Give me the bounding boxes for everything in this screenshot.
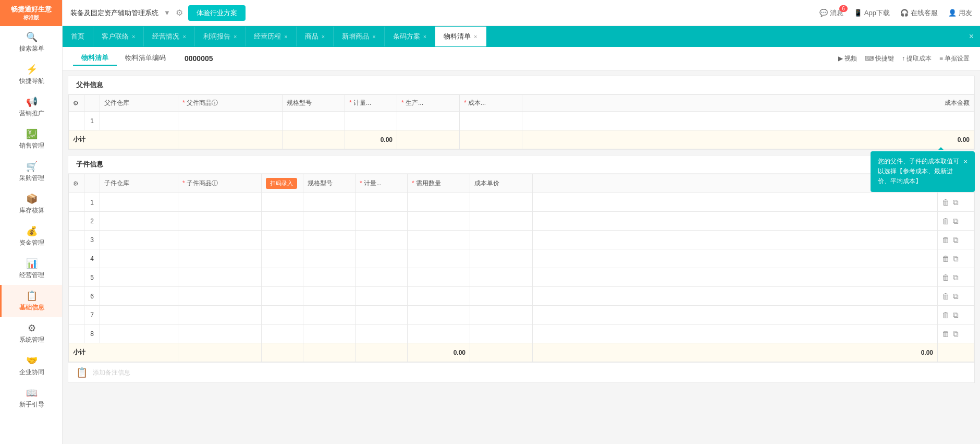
child-row-settings[interactable] [69, 325, 84, 343]
nav-tab-close[interactable]: × [132, 33, 135, 40]
delete-icon[interactable]: 🗑 [942, 235, 950, 244]
child-row-amount[interactable] [533, 231, 938, 249]
parent-row-production[interactable] [397, 112, 460, 130]
nav-tab-close[interactable]: × [423, 33, 426, 40]
nav-tab-close[interactable]: × [234, 33, 237, 40]
parent-row-settings[interactable] [69, 112, 84, 130]
child-row-qty[interactable] [408, 287, 470, 306]
child-row-qty[interactable] [408, 306, 470, 325]
delete-icon[interactable]: 🗑 [942, 310, 950, 319]
child-row-product[interactable] [178, 212, 262, 231]
child-row-qty[interactable] [408, 193, 470, 212]
child-row-product[interactable] [178, 193, 262, 212]
delete-icon[interactable]: 🗑 [942, 329, 950, 338]
nav-tab-close[interactable]: × [372, 33, 375, 40]
child-row-unit-cost[interactable] [470, 193, 533, 212]
child-row-amount[interactable] [533, 249, 938, 268]
sidebar-item-基础信息[interactable]: 📋基础信息 [0, 285, 62, 317]
sidebar-item-新手引导[interactable]: 📖新手引导 [0, 382, 62, 414]
child-row-spec[interactable] [303, 212, 356, 231]
child-row-unit-cost[interactable] [470, 268, 533, 287]
child-row-warehouse[interactable] [100, 193, 178, 212]
child-row-qty[interactable] [408, 325, 470, 343]
child-row-warehouse[interactable] [100, 287, 178, 306]
child-row-spec[interactable] [303, 249, 356, 268]
child-row-unit-cost[interactable] [470, 287, 533, 306]
child-row-settings[interactable] [69, 306, 84, 325]
child-row-product[interactable] [178, 249, 262, 268]
sub-tab-物料清单[interactable]: 物料清单 [73, 51, 117, 66]
parent-row-spec[interactable] [283, 112, 345, 130]
sidebar-item-库存核算[interactable]: 📦库存核算 [0, 188, 62, 220]
child-row-unit-cost[interactable] [470, 231, 533, 249]
child-row-product[interactable] [178, 268, 262, 287]
tooltip-close-button[interactable]: × [963, 157, 967, 167]
copy-icon[interactable]: ⧉ [953, 254, 959, 263]
child-row-warehouse[interactable] [100, 306, 178, 325]
copy-icon[interactable]: ⧉ [953, 235, 959, 245]
child-row-amount[interactable] [533, 306, 938, 325]
child-row-qty[interactable] [408, 231, 470, 249]
child-row-amount[interactable] [533, 212, 938, 231]
sidebar-item-企业协同[interactable]: 🤝企业协同 [0, 350, 62, 382]
child-row-unit-cost[interactable] [470, 212, 533, 231]
child-row-spec[interactable] [303, 268, 356, 287]
parent-row-cost[interactable] [460, 112, 522, 130]
child-row-warehouse[interactable] [100, 231, 178, 249]
sidebar-item-销售管理[interactable]: 💹销售管理 [0, 123, 62, 155]
copy-icon[interactable]: ⧉ [953, 292, 959, 301]
parent-row-unit[interactable] [345, 112, 397, 130]
sub-tab-物料清单编码[interactable]: 物料清单编码 [117, 51, 174, 66]
child-row-settings[interactable] [69, 249, 84, 268]
app-download-button[interactable]: 📱 App下载 [854, 8, 890, 18]
online-service-button[interactable]: 🎧 在线客服 [900, 8, 938, 18]
child-row-product[interactable] [178, 231, 262, 249]
sidebar-item-营销推广[interactable]: 📢营销推广 [0, 91, 62, 123]
child-row-unit[interactable] [356, 306, 408, 325]
copy-icon[interactable]: ⧉ [953, 198, 959, 207]
sub-action-视频[interactable]: ▶视频 [838, 54, 857, 63]
sub-action-单据设置[interactable]: ≡单据设置 [939, 54, 970, 63]
child-row-product[interactable] [178, 287, 262, 306]
copy-icon[interactable]: ⧉ [953, 310, 959, 320]
sidebar-item-资金管理[interactable]: 💰资金管理 [0, 220, 62, 253]
nav-tab-经营情况[interactable]: 经营情况× [144, 27, 194, 46]
delete-icon[interactable]: 🗑 [942, 217, 950, 225]
close-all-tabs-button[interactable]: × [963, 27, 980, 46]
child-row-unit[interactable] [356, 287, 408, 306]
child-row-unit-cost[interactable] [470, 306, 533, 325]
child-row-settings[interactable] [69, 212, 84, 231]
child-row-unit[interactable] [356, 249, 408, 268]
child-row-settings[interactable] [69, 193, 84, 212]
child-row-amount[interactable] [533, 268, 938, 287]
parent-row-warehouse[interactable] [100, 112, 178, 130]
nav-tab-利润报告[interactable]: 利润报告× [195, 27, 246, 46]
sidebar-item-系统管理[interactable]: ⚙系统管理 [0, 317, 62, 350]
user-button[interactable]: 👤 用友 [948, 8, 972, 18]
child-row-settings[interactable] [69, 268, 84, 287]
nav-tab-新增商品[interactable]: 新增商品× [334, 27, 384, 46]
child-row-unit[interactable] [356, 268, 408, 287]
sidebar-item-搜索菜单[interactable]: 🔍搜索菜单 [0, 26, 62, 58]
delete-icon[interactable]: 🗑 [942, 273, 950, 282]
delete-icon[interactable]: 🗑 [942, 254, 950, 263]
sidebar-item-采购管理[interactable]: 🛒采购管理 [0, 155, 62, 188]
delete-icon[interactable]: 🗑 [942, 292, 950, 301]
child-row-qty[interactable] [408, 268, 470, 287]
nav-tab-客户联络[interactable]: 客户联络× [93, 27, 144, 46]
child-row-unit-cost[interactable] [470, 249, 533, 268]
child-row-unit[interactable] [356, 212, 408, 231]
child-row-spec[interactable] [303, 287, 356, 306]
nav-tab-商品[interactable]: 商品× [297, 27, 334, 46]
trial-button[interactable]: 体验行业方案 [188, 5, 246, 21]
copy-icon[interactable]: ⧉ [953, 217, 959, 226]
child-row-qty[interactable] [408, 212, 470, 231]
delete-icon[interactable]: 🗑 [942, 198, 950, 207]
parent-row-amount[interactable] [522, 112, 974, 130]
child-row-amount[interactable] [533, 287, 938, 306]
child-row-warehouse[interactable] [100, 325, 178, 343]
child-row-spec[interactable] [303, 231, 356, 249]
child-row-product[interactable] [178, 306, 262, 325]
scan-button[interactable]: 扫码录入 [266, 178, 297, 189]
copy-icon[interactable]: ⧉ [953, 273, 959, 282]
